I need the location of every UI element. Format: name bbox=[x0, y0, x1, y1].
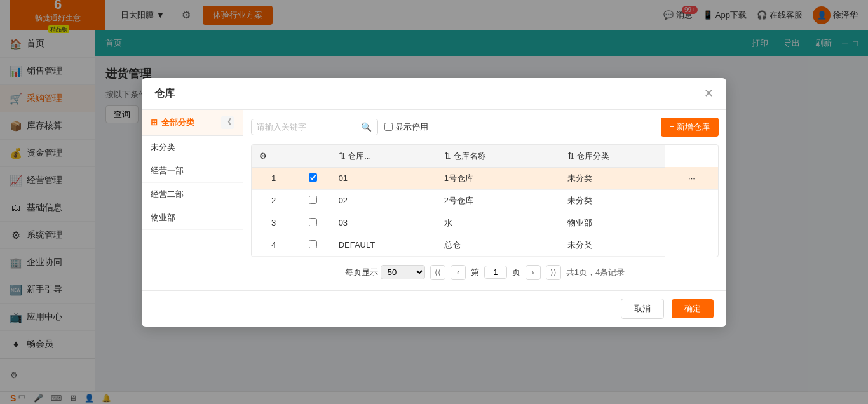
row-code: 02 bbox=[331, 189, 437, 212]
row-code: 01 bbox=[331, 167, 437, 189]
row-name: 总仓 bbox=[437, 234, 560, 256]
row-checkbox-cell bbox=[295, 189, 330, 212]
dialog-footer: 取消 确定 bbox=[142, 290, 726, 327]
show-disabled-label[interactable]: 显示停用 bbox=[384, 121, 428, 133]
last-page-button[interactable]: ⟩⟩ bbox=[546, 265, 561, 280]
dialog-title: 仓库 bbox=[154, 87, 175, 100]
row-code: 03 bbox=[331, 212, 437, 234]
row-checkbox-cell bbox=[295, 212, 330, 234]
col-header-code[interactable]: ⇅ 仓库... bbox=[331, 145, 437, 167]
show-disabled-text: 显示停用 bbox=[395, 121, 428, 133]
table-row[interactable]: 4 DEFAULT 总仓 未分类 bbox=[252, 234, 718, 256]
confirm-button[interactable]: 确定 bbox=[672, 299, 714, 318]
page-info: 共1页，4条记录 bbox=[566, 267, 625, 278]
sort-icon-name: ⇅ bbox=[444, 151, 451, 161]
table-row[interactable]: 3 03 水 物业部 bbox=[252, 212, 718, 234]
col-header-check bbox=[295, 145, 330, 167]
row-actions[interactable]: ··· bbox=[665, 167, 718, 189]
row-checkbox[interactable] bbox=[309, 196, 317, 204]
pagination: 每页显示 20 50 100 ⟨⟨ ‹ 第 页 › ⟩⟩ 共1页，4条记录 bbox=[251, 257, 719, 283]
page-size-select: 每页显示 20 50 100 bbox=[345, 265, 425, 279]
row-index: 1 bbox=[252, 167, 295, 189]
grid-icon: ⊞ bbox=[151, 118, 158, 127]
table-row[interactable]: 2 02 2号仓库 未分类 bbox=[252, 189, 718, 212]
col-header-settings[interactable]: ⚙ bbox=[252, 145, 295, 167]
page-label: 第 bbox=[471, 267, 479, 278]
table-header: ⚙ ⇅ 仓库... ⇅ 仓库名称 ⇅ 仓库分类 bbox=[252, 145, 718, 167]
row-checkbox[interactable] bbox=[309, 218, 317, 226]
show-disabled-checkbox[interactable] bbox=[384, 123, 393, 131]
warehouse-table: ⚙ ⇅ 仓库... ⇅ 仓库名称 ⇅ 仓库分类 bbox=[252, 145, 718, 257]
row-category: 未分类 bbox=[560, 234, 665, 256]
row-category: 未分类 bbox=[560, 189, 665, 212]
next-page-button[interactable]: › bbox=[526, 265, 541, 280]
category-item[interactable]: 未分类 bbox=[142, 136, 243, 159]
category-panel: ⊞ 全部分类 《 未分类经营一部经营二部物业部 bbox=[142, 110, 243, 290]
collapse-button[interactable]: 《 bbox=[221, 116, 234, 129]
modal-overlay: 仓库 ✕ ⊞ 全部分类 《 未分类经营一部经营二部物业部 🔍 bbox=[0, 0, 868, 404]
category-item[interactable]: 经营一部 bbox=[142, 159, 243, 183]
search-wrap: 🔍 bbox=[251, 119, 378, 135]
search-icon: 🔍 bbox=[361, 122, 372, 132]
cancel-button[interactable]: 取消 bbox=[621, 299, 664, 319]
page-unit: 页 bbox=[512, 267, 520, 278]
content-panel: 🔍 显示停用 + 新增仓库 ⚙ bbox=[243, 110, 726, 290]
row-checkbox-cell bbox=[295, 234, 330, 256]
row-name: 水 bbox=[437, 212, 560, 234]
row-category: 物业部 bbox=[560, 212, 665, 234]
category-item[interactable]: 物业部 bbox=[142, 206, 243, 230]
col-header-name[interactable]: ⇅ 仓库名称 bbox=[437, 145, 560, 167]
row-checkbox[interactable] bbox=[309, 240, 317, 248]
category-header-label: 全部分类 bbox=[161, 117, 194, 128]
first-page-button[interactable]: ⟨⟨ bbox=[430, 265, 445, 280]
search-input[interactable] bbox=[257, 122, 358, 131]
row-index: 3 bbox=[252, 212, 295, 234]
dialog-close-button[interactable]: ✕ bbox=[704, 88, 714, 99]
category-header[interactable]: ⊞ 全部分类 《 bbox=[142, 110, 243, 136]
page-size-dropdown[interactable]: 20 50 100 bbox=[381, 265, 425, 279]
row-code: DEFAULT bbox=[331, 234, 437, 256]
row-checkbox-cell bbox=[295, 167, 330, 189]
row-index: 4 bbox=[252, 234, 295, 256]
add-warehouse-button[interactable]: + 新增仓库 bbox=[661, 118, 719, 137]
dialog-body: ⊞ 全部分类 《 未分类经营一部经营二部物业部 🔍 显示停用 bbox=[142, 110, 726, 290]
prev-page-button[interactable]: ‹ bbox=[451, 265, 466, 280]
category-item[interactable]: 经营二部 bbox=[142, 183, 243, 206]
warehouse-dialog: 仓库 ✕ ⊞ 全部分类 《 未分类经营一部经营二部物业部 🔍 bbox=[142, 78, 726, 327]
row-name: 2号仓库 bbox=[437, 189, 560, 212]
sort-icon: ⇅ bbox=[339, 151, 346, 161]
row-name: 1号仓库 bbox=[437, 167, 560, 189]
sort-icon-cat: ⇅ bbox=[567, 151, 574, 161]
row-checkbox[interactable] bbox=[309, 173, 317, 182]
table-body: 1 01 1号仓库 未分类 ··· 2 02 2号仓库 未分类 3 03 水 物… bbox=[252, 167, 718, 256]
table-row[interactable]: 1 01 1号仓库 未分类 ··· bbox=[252, 167, 718, 189]
row-index: 2 bbox=[252, 189, 295, 212]
col-header-category[interactable]: ⇅ 仓库分类 bbox=[560, 145, 665, 167]
category-list: 未分类经营一部经营二部物业部 bbox=[142, 136, 243, 230]
toolbar: 🔍 显示停用 + 新增仓库 bbox=[251, 118, 719, 137]
page-size-label: 每页显示 bbox=[345, 267, 378, 278]
row-category: 未分类 bbox=[560, 167, 665, 189]
dialog-header: 仓库 ✕ bbox=[142, 78, 726, 110]
page-number-input[interactable] bbox=[484, 266, 507, 279]
warehouse-table-container: ⚙ ⇅ 仓库... ⇅ 仓库名称 ⇅ 仓库分类 bbox=[251, 144, 719, 257]
